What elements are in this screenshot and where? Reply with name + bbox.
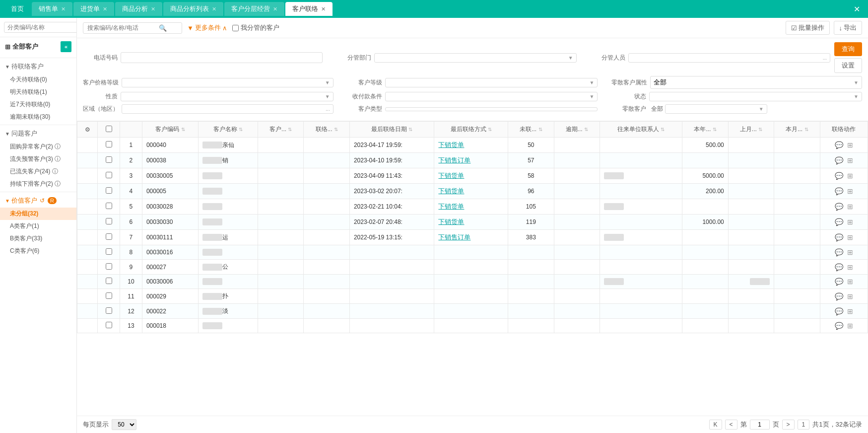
row-check[interactable] (98, 215, 120, 230)
customer-level-select[interactable]: ▼ (385, 78, 598, 87)
status-select[interactable]: ▼ (649, 92, 862, 101)
grid-action-icon[interactable]: ⊞ (847, 172, 853, 180)
close-icon[interactable]: ✕ (273, 6, 277, 12)
row-last-method[interactable]: 下销货单 (434, 215, 508, 230)
row-check[interactable] (98, 245, 120, 260)
sidebar-item-overdue[interactable]: 逾期未联络(30) (0, 111, 76, 123)
row-last-method[interactable]: 下销售订单 (434, 153, 508, 168)
grid-action-icon[interactable]: ⊞ (847, 156, 853, 164)
grid-action-icon[interactable]: ⊞ (847, 248, 853, 256)
all-customers-label[interactable]: 全部客户 (12, 42, 38, 51)
query-button[interactable]: 查询 (834, 42, 862, 56)
close-icon[interactable]: ✕ (212, 6, 216, 12)
refresh-icon[interactable]: ↺ (40, 197, 45, 204)
row-check[interactable] (98, 153, 120, 168)
export-button[interactable]: ↓ 导出 (834, 21, 863, 35)
grid-action-icon[interactable]: ⊞ (847, 233, 853, 241)
message-icon[interactable]: 💬 (835, 292, 843, 300)
row-check[interactable] (98, 260, 120, 275)
row-last-method[interactable]: 下销售订单 (434, 230, 508, 245)
grid-action-icon[interactable]: ⊞ (847, 307, 853, 315)
next-page-btn[interactable]: > (782, 420, 795, 430)
price-level-select[interactable]: ▼ (122, 78, 334, 87)
message-icon[interactable]: 💬 (835, 307, 843, 315)
sidebar-group-pending[interactable]: ▼ 待联络客户 (0, 60, 76, 73)
row-check[interactable] (98, 168, 120, 184)
message-icon[interactable]: 💬 (835, 233, 843, 241)
grid-action-icon[interactable]: ⊞ (847, 322, 853, 330)
message-icon[interactable]: 💬 (835, 278, 843, 286)
check-all[interactable] (106, 126, 112, 132)
sidebar-group-value[interactable]: ▼ 价值客户 ↺ R (0, 194, 76, 208)
first-page-btn[interactable]: K (709, 420, 722, 430)
tab-product-analysis[interactable]: 商品分析 ✕ (115, 2, 162, 16)
sidebar-item-7days[interactable]: 近7天待联络(0) (0, 98, 76, 111)
message-icon[interactable]: 💬 (835, 172, 843, 180)
search-box[interactable]: 🔍 (83, 22, 182, 34)
row-check[interactable] (98, 319, 120, 333)
grid-action-icon[interactable]: ⊞ (847, 292, 853, 300)
unit-contact-col[interactable]: 往来单位联系人 ⇅ (600, 122, 682, 138)
sidebar-item-ungrouped[interactable]: 未分组(32) (0, 208, 76, 220)
row-last-method[interactable]: 下销货单 (434, 168, 508, 184)
tab-customer-segment[interactable]: 客户分层经营 ✕ (224, 2, 284, 16)
manager-select[interactable]: ... (628, 53, 830, 63)
grid-action-icon[interactable]: ⊞ (847, 187, 853, 195)
region-select[interactable]: ... (122, 104, 334, 114)
message-icon[interactable]: 💬 (835, 218, 843, 226)
uncontacted-col[interactable]: 未联... ⇅ (508, 122, 554, 138)
reset-button[interactable]: 设置 (834, 58, 862, 73)
sidebar-item-declining[interactable]: 持续下滑客户(2) ⓘ (0, 178, 76, 190)
tab-home[interactable]: 首页 (4, 2, 31, 16)
row-check[interactable] (98, 138, 120, 153)
message-icon[interactable]: 💬 (835, 263, 843, 271)
message-icon[interactable]: 💬 (835, 156, 843, 164)
row-check[interactable] (98, 275, 120, 289)
search-icon[interactable]: 🔍 (159, 24, 167, 32)
settings-col[interactable]: ⚙ (77, 122, 98, 138)
last-contact-method-col[interactable]: 最后联络方式 ⇅ (434, 122, 508, 138)
sidebar-group-problem[interactable]: ▼ 问题客户 (0, 127, 76, 141)
sidebar-item-tomorrow[interactable]: 明天待联络(1) (0, 86, 76, 98)
page-size-select[interactable]: 50 10 20 100 (112, 419, 136, 430)
contact-col[interactable]: 联络... ⇅ (304, 122, 349, 138)
sidebar-item-lost[interactable]: 已流失客户(24) ⓘ (0, 165, 76, 178)
sidebar-item-b-class[interactable]: B类客户(33) (0, 232, 76, 245)
grid-action-icon[interactable]: ⊞ (847, 263, 853, 271)
last-contact-date-col[interactable]: 最后联络日期 ⇅ (349, 122, 434, 138)
row-last-method[interactable]: 下销货单 (434, 199, 508, 215)
message-icon[interactable]: 💬 (835, 322, 843, 330)
message-icon[interactable]: 💬 (835, 248, 843, 256)
tab-product-list[interactable]: 商品分析列表 ✕ (163, 2, 223, 16)
code-col[interactable]: 客户编码 ⇅ (142, 122, 198, 138)
dept-select[interactable]: ▼ (374, 53, 576, 63)
row-last-method[interactable]: 下销货单 (434, 184, 508, 199)
last-page-btn[interactable]: 1 (798, 420, 810, 430)
overdue-col[interactable]: 逾期... ⇅ (554, 122, 600, 138)
retail-attr-select[interactable]: 全部 ▼ (650, 76, 862, 89)
row-check[interactable] (98, 289, 120, 304)
message-icon[interactable]: 💬 (835, 141, 843, 149)
close-icon[interactable]: ✕ (321, 6, 326, 12)
grid-action-icon[interactable]: ⊞ (847, 278, 853, 286)
tab-customer-contact[interactable]: 客户联络 ✕ (285, 2, 333, 16)
grid-action-icon[interactable]: ⊞ (847, 141, 853, 149)
row-check[interactable] (98, 230, 120, 245)
sidebar-item-today[interactable]: 今天待联络(0) (0, 73, 76, 86)
sidebar-item-c-class[interactable]: C类客户(6) (0, 245, 76, 257)
search-input[interactable] (87, 24, 157, 31)
row-last-method[interactable]: 下销货单 (434, 138, 508, 153)
message-icon[interactable]: 💬 (835, 203, 843, 211)
customer-type-select[interactable] (385, 107, 598, 111)
tab-sales[interactable]: 销售单 ✕ (32, 2, 72, 16)
sidebar-item-a-class[interactable]: A类客户(1) (0, 220, 76, 232)
row-check[interactable] (98, 184, 120, 199)
sidebar-item-abnormal[interactable]: 固购异常客户(2) ⓘ (0, 141, 76, 153)
this-month-col[interactable]: 本月... ⇅ (774, 122, 820, 138)
message-icon[interactable]: 💬 (835, 187, 843, 195)
row-check[interactable] (98, 199, 120, 215)
sidebar-search-input[interactable] (4, 22, 77, 33)
type-col[interactable]: 客户... ⇅ (258, 122, 304, 138)
name-col[interactable]: 客户名称 ⇅ (199, 122, 258, 138)
page-input[interactable] (750, 420, 770, 430)
